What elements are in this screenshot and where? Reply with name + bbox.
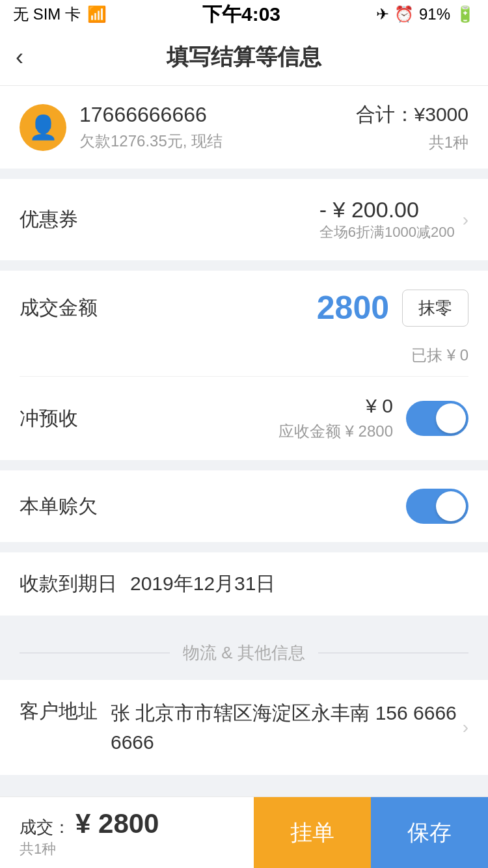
due-date-label: 收款到期日 [20, 571, 117, 597]
address-row[interactable]: 客户地址 张 北京市市辖区海淀区永丰南 156 6666 6666 › [0, 680, 488, 775]
due-date-value: 2019年12月31日 [130, 571, 275, 597]
battery-label: 91% [419, 5, 450, 23]
customer-left: 👤 17666666666 欠款1276.35元, 现结 [20, 103, 223, 152]
debt-toggle-knob [436, 491, 466, 521]
chong-yushou-row: 冲预收 ¥ 0 应收金额 ¥ 2800 [0, 377, 488, 460]
logistics-line-right [318, 653, 468, 653]
coupon-row[interactable]: 优惠券 - ¥ 200.00 全场6折满1000减200 › [0, 179, 488, 260]
coupon-right: - ¥ 200.00 全场6折满1000减200 › [319, 197, 468, 242]
status-bar-left: 无 SIM 卡 📶 [13, 4, 107, 25]
bottom-bar: 成交： ¥ 2800 共1种 挂单 保存 [0, 796, 488, 868]
address-value: 张 北京市市辖区海淀区永丰南 156 6666 6666 [111, 698, 463, 757]
debt-label: 本单赊欠 [20, 493, 98, 520]
wifi-icon: 📶 [87, 5, 107, 23]
due-date-row: 收款到期日 2019年12月31日 [0, 552, 488, 616]
chong-yushou-toggle[interactable] [406, 401, 468, 436]
customer-info: 17666666666 欠款1276.35元, 现结 [79, 103, 223, 152]
toggle-knob [436, 403, 466, 433]
debt-row: 本单赊欠 [0, 470, 488, 542]
save-button[interactable]: 保存 [371, 797, 488, 869]
bottom-summary-row: 成交： ¥ 2800 [20, 807, 234, 839]
location-icon: ✈ [376, 5, 389, 23]
address-label: 客户地址 [20, 698, 98, 725]
charge-right-wrapper: ¥ 0 应收金额 ¥ 2800 [278, 395, 468, 442]
alarm-icon: ⏰ [394, 5, 414, 23]
coupon-discount: - ¥ 200.00 [319, 197, 455, 223]
customer-right: 合计：¥3000 共1种 [356, 102, 468, 153]
coupon-label: 优惠券 [20, 206, 78, 233]
customer-total: 合计：¥3000 [356, 102, 468, 128]
logistics-text: 物流 & 其他信息 [183, 642, 305, 664]
address-arrow-icon: › [463, 717, 468, 738]
customer-info-card: 👤 17666666666 欠款1276.35元, 现结 合计：¥3000 共1… [0, 86, 488, 169]
round-button[interactable]: 抹零 [402, 290, 468, 327]
coupon-desc: 全场6折满1000减200 [319, 223, 455, 242]
amount-value: 2800 [317, 289, 389, 327]
battery-icon: 🔋 [455, 5, 475, 23]
customer-phone: 17666666666 [79, 103, 223, 127]
status-bar-right: ✈ ⏰ 91% 🔋 [376, 5, 475, 23]
amount-right: 2800 抹零 [317, 289, 468, 327]
avatar: 👤 [20, 104, 66, 151]
status-bar-time: 下午4:03 [202, 1, 280, 28]
charge-label: 冲预收 [20, 405, 78, 432]
amount-section: 成交金额 2800 抹零 已抹 ¥ 0 冲预收 ¥ 0 应收金额 ¥ 2800 [0, 271, 488, 460]
logistics-header: 物流 & 其他信息 [0, 626, 488, 680]
back-button[interactable]: ‹ [16, 44, 23, 71]
customer-sub-info: 欠款1276.35元, 现结 [79, 131, 223, 152]
amount-label: 成交金额 [20, 295, 98, 321]
amount-sub-text: 已抹 ¥ 0 [0, 345, 488, 376]
amount-row: 成交金额 2800 抹零 [0, 271, 488, 345]
bottom-summary-amount: ¥ 2800 [75, 808, 159, 839]
bottom-summary-count: 共1种 [20, 839, 234, 859]
content-area: 👤 17666666666 欠款1276.35元, 现结 合计：¥3000 共1… [0, 86, 488, 868]
page-title: 填写结算等信息 [167, 42, 321, 72]
logistics-line-left [20, 653, 170, 653]
charge-right: ¥ 0 应收金额 ¥ 2800 [278, 395, 393, 442]
debt-toggle[interactable] [406, 489, 468, 524]
customer-count: 共1种 [356, 132, 468, 153]
status-bar: 无 SIM 卡 📶 下午4:03 ✈ ⏰ 91% 🔋 [0, 0, 488, 29]
nav-bar: ‹ 填写结算等信息 [0, 29, 488, 86]
carrier-label: 无 SIM 卡 [13, 4, 81, 25]
bottom-summary-label: 成交： [20, 816, 70, 839]
pending-button[interactable]: 挂单 [254, 797, 371, 869]
charge-sub: 应收金额 ¥ 2800 [278, 421, 393, 442]
coupon-arrow-icon: › [463, 210, 468, 230]
charge-value: ¥ 0 [366, 395, 393, 417]
bottom-summary: 成交： ¥ 2800 共1种 [0, 807, 254, 859]
